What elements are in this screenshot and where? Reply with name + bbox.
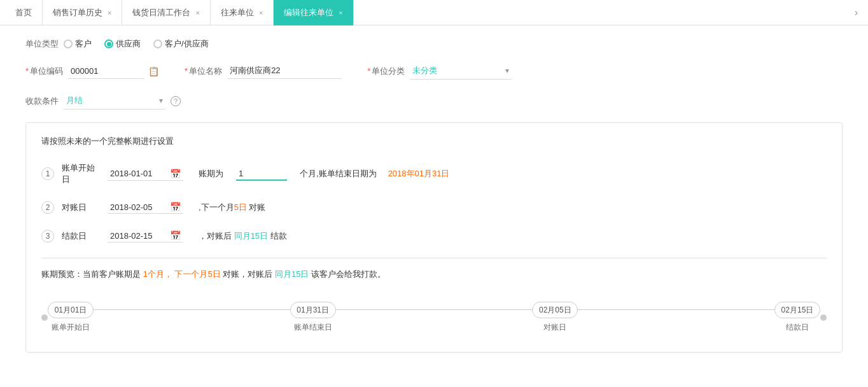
row-num-3: 3 (41, 230, 54, 243)
unit-category-select[interactable]: 未分类 ▾ (410, 62, 512, 80)
unit-code-input[interactable] (68, 64, 144, 79)
unit-category-label: 单位分类 (372, 66, 405, 77)
unit-name-group: * 单位名称 (185, 64, 342, 79)
radio-circle-both (153, 39, 162, 48)
payment-select[interactable]: 月结 ▾ (64, 92, 165, 109)
payment-date-input-wrap: 📅 (108, 229, 183, 243)
reconcile-date-input[interactable] (110, 202, 167, 212)
tab-sales-history[interactable]: 销售订单历史 × (43, 0, 122, 25)
unit-name-required: * (185, 66, 188, 76)
radio-customer-label: 客户 (75, 38, 92, 50)
timeline-node-2-circle: 01月31日 (290, 302, 336, 318)
unit-type-radio-group: 客户 供应商 客户/供应商 (64, 38, 209, 50)
reconcile-date-calendar-icon[interactable]: 📅 (170, 202, 181, 212)
row-label-3: 结款日 (62, 230, 100, 242)
preview-text: 账期预览：当前客户账期是 1个月， 下一个月5日 对账，对账后 同月15日 该客… (41, 269, 827, 280)
unit-code-required: * (25, 66, 29, 76)
row-label-2: 对账日 (62, 202, 100, 213)
radio-circle-customer (64, 39, 73, 48)
reconcile-date-input-wrap: 📅 (108, 201, 183, 214)
start-date-input-wrap: 📅 (108, 167, 183, 181)
timeline-node-3-label: 对账日 (543, 322, 566, 333)
start-date-input[interactable] (110, 169, 167, 178)
radio-customer[interactable]: 客户 (64, 38, 92, 50)
unit-category-group: * 单位分类 未分类 ▾ (367, 62, 512, 80)
setting-row-1: 1 账单开始日 📅 账期为 个月,账单结束日期为 2018年01月31日 (41, 162, 827, 185)
tab-close-partners[interactable]: × (259, 9, 263, 17)
timeline-node-2: 01月31日 账单结束日 (290, 302, 336, 333)
preview-period: 1个月， (143, 269, 172, 279)
radio-both-label: 客户/供应商 (165, 38, 209, 50)
timeline-node-4-label: 结款日 (786, 322, 809, 333)
tab-close-sales-history[interactable]: × (108, 9, 111, 17)
tab-cash-work[interactable]: 钱货日清工作台 × (122, 0, 210, 25)
payment-date-calendar-icon[interactable]: 📅 (170, 230, 181, 241)
row-label-1: 账单开始日 (62, 162, 100, 185)
preview-reconcile-date: 下一个月5日 (174, 269, 220, 279)
payment-row: 收款条件 月结 ▾ ? (25, 92, 843, 109)
timeline-start-dot (41, 314, 48, 321)
radio-supplier[interactable]: 供应商 (104, 38, 141, 50)
period-suffix: 个月,账单结束日期为 (300, 168, 377, 179)
unit-category-required: * (367, 66, 370, 76)
radio-circle-supplier (104, 39, 113, 48)
preview-reconcile-text: 对账，对账后 (223, 269, 275, 279)
unit-code-input-wrap: 📋 (68, 64, 159, 79)
radio-supplier-label: 供应商 (116, 38, 141, 50)
preview-section: 账期预览：当前客户账期是 1个月， 下一个月5日 对账，对账后 同月15日 该客… (41, 258, 827, 339)
tab-bar: 首页 销售订单历史 × 钱货日清工作台 × 往来单位 × 编辑往来单位 × › (0, 0, 868, 25)
payment-desc: ，对账后 同月15日 结款 (199, 230, 287, 242)
timeline-node-4: 02月15日 结款日 (774, 302, 820, 333)
period-prefix: 账期为 (199, 168, 223, 179)
preview-label: 账期预览：当前客户账期是 (41, 269, 143, 279)
preview-payment-date: 同月15日 (275, 269, 309, 279)
payment-label: 收款条件 (25, 95, 59, 107)
payment-date-input[interactable] (110, 231, 167, 241)
payment-help-icon[interactable]: ? (171, 96, 181, 106)
timeline-node-1-circle: 01月01日 (48, 302, 94, 318)
timeline-node-2-label: 账单结束日 (294, 322, 332, 333)
radio-both[interactable]: 客户/供应商 (153, 38, 209, 50)
unit-code-group: * 单位编码 📋 (25, 64, 159, 79)
tab-partners[interactable]: 往来单位 × (211, 0, 274, 25)
timeline-node-4-date: 02月15日 (781, 305, 814, 316)
unit-type-row: 单位类型 客户 供应商 客户/供应商 (25, 38, 843, 50)
preview-end-text: 该客户会给我打款。 (311, 269, 386, 279)
end-date-display: 2018年01月31日 (388, 168, 450, 179)
payment-value: 月结 (66, 95, 159, 106)
timeline-node-1-label: 账单开始日 (52, 322, 90, 333)
timeline-node-3: 02月05日 对账日 (532, 302, 578, 333)
unit-category-arrow-icon: ▾ (505, 66, 509, 75)
tab-close-edit-partner[interactable]: × (339, 9, 342, 17)
period-input[interactable] (236, 167, 287, 181)
settings-card: 请按照未来的一个完整帐期进行设置 1 账单开始日 📅 账期为 个月,账单结束日期… (25, 122, 843, 353)
tab-edit-partner[interactable]: 编辑往来单位 × (274, 0, 353, 25)
tab-home[interactable]: 首页 (5, 0, 43, 25)
unit-type-label: 单位类型 (25, 38, 59, 50)
start-date-calendar-icon[interactable]: 📅 (170, 169, 181, 179)
tab-close-cash-work[interactable]: × (195, 9, 199, 17)
timeline-node-1-date: 01月01日 (55, 305, 87, 316)
timeline-node-1: 01月01日 账单开始日 (48, 302, 94, 333)
timeline-node-3-circle: 02月05日 (532, 302, 578, 318)
unit-code-label: 单位编码 (30, 66, 63, 77)
payment-arrow-icon: ▾ (159, 96, 163, 105)
timeline-node-4-circle: 02月15日 (774, 302, 820, 318)
timeline-node-2-date: 01月31日 (297, 305, 329, 316)
unit-info-row: * 单位编码 📋 * 单位名称 * 单位分类 未分类 ▾ (25, 62, 843, 80)
row-num-2: 2 (41, 201, 54, 214)
unit-name-label: 单位名称 (189, 66, 222, 77)
unit-category-value: 未分类 (412, 65, 505, 76)
timeline-nodes: 01月01日 账单开始日 01月31日 账单结束日 02月05日 (48, 302, 820, 333)
unit-code-copy-icon[interactable]: 📋 (148, 66, 159, 76)
card-instruction: 请按照未来的一个完整帐期进行设置 (41, 136, 827, 147)
reconcile-desc: ,下一个月5日 对账 (199, 202, 265, 213)
tab-overflow-arrow[interactable]: › (850, 7, 863, 18)
setting-row-2: 2 对账日 📅 ,下一个月5日 对账 (41, 201, 827, 214)
main-content: 单位类型 客户 供应商 客户/供应商 * 单位编码 📋 (0, 25, 868, 387)
row-num-1: 1 (41, 167, 54, 180)
timeline-end-dot (820, 314, 827, 321)
timeline-node-3-date: 02月05日 (539, 305, 571, 316)
setting-row-3: 3 结款日 📅 ，对账后 同月15日 结款 (41, 229, 827, 243)
unit-name-input[interactable] (227, 64, 342, 79)
